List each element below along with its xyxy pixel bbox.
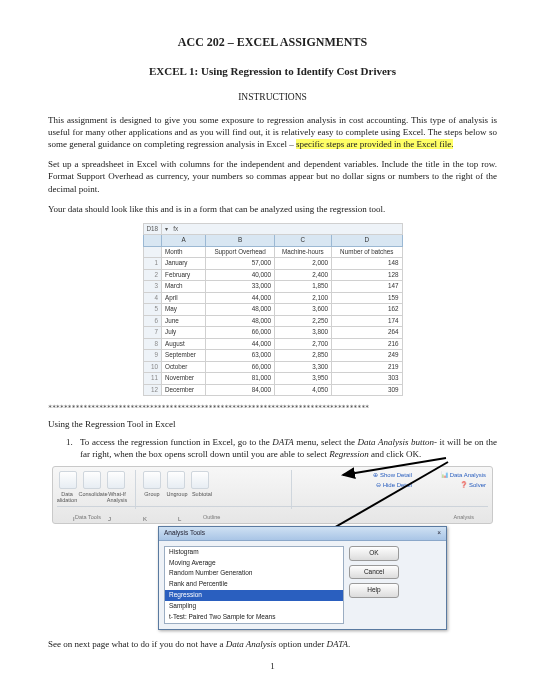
grp-datatools: Data Tools [75,514,101,521]
dialog-title: Analysis Tools [164,529,205,538]
list-item[interactable]: Histogram [165,547,343,558]
showdetail-text: Show Detail [380,472,412,478]
column-letters: A B C D [143,235,402,247]
table-cell: 7 [143,327,162,339]
table-row: 10October66,0003,300219 [143,361,402,373]
t-data-analysis-btn: Data Analysis button [358,437,434,447]
table-cell: 84,000 [206,384,275,396]
formula-bar: ▾ fx [162,223,402,235]
table-cell: 216 [331,338,402,350]
data-table: D18 ▾ fx A B C D Month Support Overhead … [143,223,403,397]
f1: See on next page what to do if you do no… [48,639,226,649]
step-1: 1. To access the regression function in … [66,436,497,460]
page-number: 1 [48,660,497,672]
t2: menu, select the [294,437,358,447]
highlighted-text: specific steps are provided in the Excel… [296,139,453,149]
table-cell: September [162,350,206,362]
lbl-showdetail[interactable]: ⊕ Show Detail [373,471,412,479]
grp-outline: Outline [203,514,220,521]
t-regression: Regression [329,449,369,459]
table-cell: August [162,338,206,350]
cell-l: L [178,515,181,523]
ungroup-icon[interactable] [167,471,185,489]
table-cell: 8 [143,338,162,350]
analysis-list[interactable]: HistogramMoving AverageRandom Number Gen… [164,546,344,624]
subtotal-icon[interactable] [191,471,209,489]
lbl-subtotal: Subtotal [189,491,215,498]
table-cell: 12 [143,384,162,396]
section-heading: Using the Regression Tool in Excel [48,418,497,430]
list-item[interactable]: Moving Average [165,558,343,569]
table-cell: March [162,281,206,293]
data-look-paragraph: Your data should look like this and is i… [48,203,497,215]
table-cell: 264 [331,327,402,339]
whatif-icon[interactable] [107,471,125,489]
hdr-batches: Number of batches [331,246,402,258]
hidedetail-text: Hide Detail [383,482,412,488]
table-cell: 33,000 [206,281,275,293]
t-data-menu: DATA [272,437,294,447]
table-cell: 57,000 [206,258,275,270]
table-cell: 159 [331,292,402,304]
table-cell: 6 [143,315,162,327]
col-a: A [162,235,206,247]
lbl-validation: alidation [55,497,79,504]
ok-button[interactable]: OK [349,546,399,561]
f3: . [348,639,350,649]
step-number: 1. [66,436,80,460]
cell-k: K [143,515,147,523]
table-cell: December [162,384,206,396]
table-cell: 249 [331,350,402,362]
table-cell: May [162,304,206,316]
table-cell: 174 [331,315,402,327]
lbl-analysis2: Analysis [105,497,129,504]
table-cell: 3 [143,281,162,293]
list-item[interactable]: Regression [165,590,343,601]
consolidate-icon[interactable] [83,471,101,489]
f-data: DATA [327,639,349,649]
table-cell: 148 [331,258,402,270]
col-b: B [206,235,275,247]
list-item[interactable]: Random Number Generation [165,568,343,579]
table-cell: 147 [331,281,402,293]
data-validation-icon[interactable] [59,471,77,489]
table-cell: 11 [143,373,162,385]
list-item[interactable]: t-Test: Two-Sample Assuming Equal Varian… [165,622,343,624]
hdr-month: Month [162,246,206,258]
group-icon[interactable] [143,471,161,489]
close-icon[interactable]: × [437,529,441,538]
table-cell: 2,850 [274,350,331,362]
table-cell: 2,100 [274,292,331,304]
help-button[interactable]: Help [349,583,399,598]
table-row: 7July66,0003,800264 [143,327,402,339]
table-cell: 2 [143,269,162,281]
table-cell: 2,700 [274,338,331,350]
table-cell: 3,300 [274,361,331,373]
table-cell: 1,850 [274,281,331,293]
table-cell: October [162,361,206,373]
table-cell: 44,000 [206,338,275,350]
dataanalysis-text: Data Analysis [450,472,486,478]
data-analysis-button[interactable]: 📊 Data Analysis [441,471,486,479]
col-c: C [274,235,331,247]
table-cell: 44,000 [206,292,275,304]
lbl-hidedetail[interactable]: ⊖ Hide Detail [376,481,412,489]
table-cell: 3,600 [274,304,331,316]
table-cell: 128 [331,269,402,281]
cancel-button[interactable]: Cancel [349,565,399,580]
instructions-heading: INSTRUCTIONS [48,91,497,104]
namebox-row: D18 ▾ fx [143,223,402,235]
excel-preview: D18 ▾ fx A B C D Month Support Overhead … [143,223,403,397]
solver-button[interactable]: ❓ Solver [460,481,486,489]
list-item[interactable]: Sampling [165,601,343,612]
table-row: 1January57,0002,000148 [143,258,402,270]
table-row: 9September63,0002,850249 [143,350,402,362]
list-item[interactable]: Rank and Percentile [165,579,343,590]
setup-paragraph: Set up a spreadsheet in Excel with colum… [48,158,497,194]
hdr-overhead: Support Overhead [206,246,275,258]
list-item[interactable]: t-Test: Paired Two Sample for Means [165,612,343,623]
table-cell: 3,950 [274,373,331,385]
table-row: 8August44,0002,700216 [143,338,402,350]
table-row: 11November81,0003,950303 [143,373,402,385]
table-cell: 10 [143,361,162,373]
